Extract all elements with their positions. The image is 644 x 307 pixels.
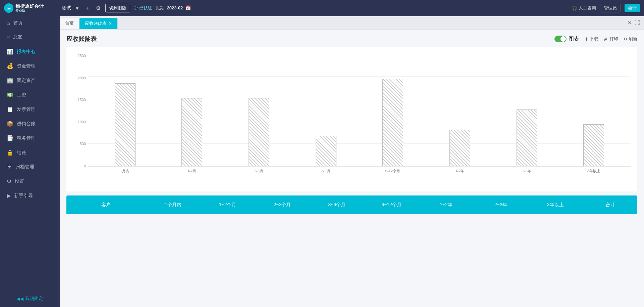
sidebar-label-ledger: 总账 — [13, 34, 22, 40]
toggle-track[interactable] — [554, 36, 567, 42]
sidebar-label-invoice: 发票管理 — [17, 106, 36, 113]
header-middle: 测试 ▾ ＋ ⚙ 切到旧版 🛡 已认证 账期 2023-02 📅 — [62, 3, 568, 13]
sidebar-item-closing[interactable]: 🔒 结账 — [0, 145, 60, 160]
support-btn[interactable]: 🎧 人工咨询 — [572, 5, 596, 11]
sidebar-icon-home: ⌂ — [7, 20, 10, 26]
sidebar-icon-reports: 📊 — [7, 48, 13, 55]
calendar-icon[interactable]: 📅 — [185, 5, 191, 10]
table-header-cell-1: 1个月内 — [146, 196, 200, 213]
x-label-3: 3-6月 — [315, 169, 336, 175]
chart-inner: 0 500 1000 1500 2000 2500 — [73, 54, 631, 175]
x-label-1: 1-2月 — [181, 169, 202, 175]
logo-text: 畅捷通好会计 — [15, 3, 44, 9]
sidebar-label-guide: 新手引导 — [14, 193, 33, 199]
sidebar-label-settings: 设置 — [15, 178, 24, 184]
tab-home-label: 首页 — [65, 20, 74, 27]
chart-container: 0 500 1000 1500 2000 2500 — [66, 47, 637, 191]
tab-receivable-aging[interactable]: 应收账龄表 ✕ — [79, 18, 118, 29]
sidebar-item-inventory[interactable]: 📦 进销台账 — [0, 117, 60, 131]
bar-group-7 — [583, 124, 604, 166]
sidebar-item-assets[interactable]: 🏢 固定资产 — [0, 73, 60, 88]
sidebar-item-home[interactable]: ⌂ 首页 — [0, 16, 60, 30]
table-header-cell-4: 3~6个月 — [310, 196, 364, 213]
x-labels: 1月内1-2月2-3月3-6月6-12个月1-2年2-3年3年以上 — [88, 167, 631, 175]
table-header-cell-8: 3年以上 — [528, 196, 583, 213]
logo-sub: 专业版 — [15, 9, 44, 13]
shield-icon: 🛡 — [133, 6, 138, 11]
switch-version-btn[interactable]: 切到旧版 — [105, 4, 130, 12]
table-header-cell-9: 合计 — [583, 196, 637, 213]
bar-5 — [449, 130, 470, 166]
tab-bar: 首页 应收账龄表 ✕ ✕ ⛶ — [60, 16, 644, 30]
toolbar: 图表 ⬇ 下载 🖨 打印 ↻ 刷新 — [554, 36, 637, 43]
sidebar-label-inventory: 进销台账 — [17, 121, 36, 127]
logo-area: ☁ 畅捷通好会计 专业版 — [4, 3, 58, 13]
sidebar-label-reports: 报表中心 — [17, 49, 36, 55]
sidebar-bottom: ◀◀ 取消固定 — [0, 290, 60, 307]
bar-3 — [316, 136, 336, 166]
sidebar-item-reports[interactable]: 📊 报表中心 — [0, 44, 60, 59]
page-title: 应收账龄表 — [66, 35, 97, 43]
download-btn[interactable]: ⬇ 下载 — [585, 36, 598, 42]
certified-badge: 🛡 已认证 — [133, 5, 152, 11]
bar-group-5 — [449, 130, 470, 166]
x-label-6: 2-3年 — [516, 169, 537, 175]
sidebar-label-closing: 结账 — [17, 150, 26, 156]
logo-icon: ☁ — [4, 3, 13, 13]
table-header-cell-5: 6~12个月 — [364, 196, 419, 213]
main-layout: ⌂ 首页 ≡ 总账 📊 报表中心 💰 资金管理 🏢 固定资产 💵 工资 📋 发票… — [0, 16, 644, 307]
close-panel-btn[interactable]: ✕ — [628, 19, 632, 26]
tab-home[interactable]: 首页 — [60, 18, 79, 29]
sidebar-icon-invoice: 📋 — [7, 106, 13, 113]
sidebar-item-settings[interactable]: ⚙ 设置 — [0, 174, 60, 188]
add-btn[interactable]: ＋ — [83, 3, 91, 13]
certified-label: 已认证 — [139, 5, 152, 11]
y-label-1500: 1500 — [73, 98, 86, 102]
bar-1 — [181, 98, 202, 166]
bar-2 — [249, 98, 269, 166]
chart-toggle[interactable]: 图表 — [554, 36, 579, 43]
sidebar: ⌂ 首页 ≡ 总账 📊 报表中心 💰 资金管理 🏢 固定资产 💵 工资 📋 发票… — [0, 16, 60, 307]
bar-group-4 — [382, 79, 403, 166]
sidebar-icon-tax: 📑 — [7, 135, 13, 141]
sidebar-item-archive[interactable]: 🗄 归档管理 — [0, 160, 60, 174]
account-btn[interactable]: 会计 — [625, 4, 640, 12]
sidebar-item-cash[interactable]: 💰 资金管理 — [0, 59, 60, 73]
expand-panel-btn[interactable]: ⛶ — [635, 20, 640, 26]
sidebar-icon-cash: 💰 — [7, 63, 13, 69]
bar-7 — [583, 124, 604, 166]
collapse-label: 取消固定 — [25, 296, 43, 302]
sidebar-item-ledger[interactable]: ≡ 总账 — [0, 30, 60, 44]
table-header-cell-0: 客户 — [66, 196, 146, 213]
sidebar-icon-inventory: 📦 — [7, 121, 13, 127]
user-btn[interactable]: 管理员 — [600, 4, 621, 12]
bars-container — [88, 54, 631, 166]
sidebar-label-payroll: 工资 — [17, 92, 26, 98]
collapse-icon: ◀◀ — [17, 296, 23, 301]
sidebar-icon-archive: 🗄 — [7, 164, 12, 170]
sidebar-label-home: 首页 — [13, 20, 23, 26]
refresh-btn[interactable]: ↻ 刷新 — [624, 36, 637, 42]
bar-group-3 — [316, 136, 336, 166]
sidebar-item-payroll[interactable]: 💵 工资 — [0, 88, 60, 102]
table-header-cell-7: 2~3年 — [473, 196, 528, 213]
settings-btn[interactable]: ⚙ — [95, 4, 102, 13]
sidebar-item-invoice[interactable]: 📋 发票管理 — [0, 102, 60, 117]
print-btn[interactable]: 🖨 打印 — [604, 36, 618, 42]
company-dropdown-btn[interactable]: ▾ — [74, 4, 80, 13]
sidebar-scrollbar[interactable] — [58, 16, 60, 307]
sidebar-label-cash: 资金管理 — [17, 63, 36, 69]
sidebar-item-tax[interactable]: 📑 税务管理 — [0, 131, 60, 145]
tab-close-btn[interactable]: ✕ — [109, 21, 112, 26]
sidebar-collapse-btn[interactable]: ◀◀ 取消固定 — [0, 293, 60, 304]
table-header: 客户1个月内1~2个月2~3个月3~6个月6~12个月1~2年2~3年3年以上合… — [66, 195, 637, 214]
x-label-5: 1-2年 — [449, 169, 470, 175]
header-right: 🎧 人工咨询 管理员 会计 — [572, 4, 640, 12]
top-header: ☁ 畅捷通好会计 专业版 测试 ▾ ＋ ⚙ 切到旧版 🛡 已认证 账期 2023… — [0, 0, 644, 16]
sidebar-icon-assets: 🏢 — [7, 77, 13, 84]
chart-plot: 1月内1-2月2-3月3-6月6-12个月1-2年2-3年3年以上 — [88, 54, 631, 175]
sidebar-label-tax: 税务管理 — [17, 135, 36, 141]
table-header-cell-2: 1~2个月 — [200, 196, 255, 213]
sidebar-item-guide[interactable]: ▶ 新手引导 — [0, 188, 60, 203]
bar-0 — [115, 83, 136, 166]
